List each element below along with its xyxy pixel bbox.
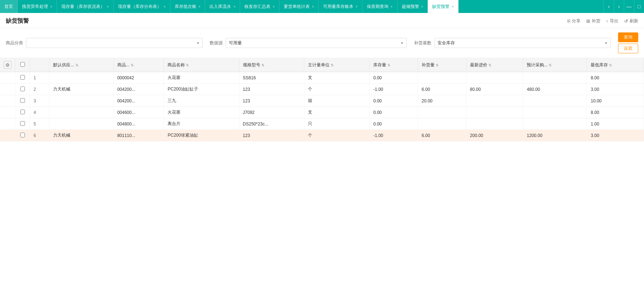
replenish-base-select-wrapper: 安全库存 ▼ xyxy=(434,38,611,48)
refresh-icon: ↺ xyxy=(624,18,628,24)
sort-icon: ⇅ xyxy=(609,63,612,67)
close-icon[interactable]: × xyxy=(391,5,393,9)
export-button[interactable]: ↑ 导出 xyxy=(606,18,619,24)
share-button[interactable]: ⎘ 分享 xyxy=(567,18,580,24)
datasource-select-wrapper: 可用量 ▼ xyxy=(226,38,406,48)
cell-min-stock: 8.00 xyxy=(587,107,644,118)
cell-estimated-purchase xyxy=(523,95,587,107)
cell-inventory: 0.00 xyxy=(370,95,418,107)
close-icon[interactable]: × xyxy=(199,5,201,9)
gear-icon[interactable]: ⚙ xyxy=(4,61,12,69)
sort-icon: ⇅ xyxy=(131,63,134,67)
close-icon[interactable]: × xyxy=(421,5,423,9)
cell-replenish xyxy=(418,118,466,130)
nav-item-home[interactable]: 首页 xyxy=(0,0,18,13)
nav-prev-button[interactable]: ‹ xyxy=(604,0,614,13)
cell-unit: 只 xyxy=(304,118,370,130)
nav-minimize-button[interactable]: — xyxy=(624,0,634,13)
th-estimated-purchase: 预计采购... ⇅ xyxy=(523,58,587,72)
nav-item-overstock[interactable]: 超储预警 × xyxy=(397,0,428,13)
select-all-checkbox[interactable] xyxy=(20,62,25,67)
close-icon[interactable]: × xyxy=(273,5,275,9)
settings-cell xyxy=(0,84,16,95)
row-checkbox[interactable] xyxy=(20,87,25,91)
cell-inventory: -1.00 xyxy=(370,84,418,95)
th-checkbox xyxy=(16,58,30,72)
settings-cell xyxy=(0,118,16,130)
replenish-icon: ⊞ xyxy=(586,18,590,24)
row-checkbox[interactable] xyxy=(20,133,25,137)
th-product-name: 商品名称 ⇅ xyxy=(164,58,239,72)
nav-item-receipt-summary[interactable]: 收发存汇总表 × xyxy=(240,0,279,13)
replenish-button[interactable]: ⊞ 补货 xyxy=(586,18,600,24)
header-actions: ⎘ 分享 ⊞ 补货 ↑ 导出 ↺ 刷新 xyxy=(567,18,639,24)
export-icon: ↑ xyxy=(606,18,609,24)
cell-unit: 个 xyxy=(304,130,370,141)
row-checkbox[interactable] xyxy=(20,121,25,126)
cell-unit: 支 xyxy=(304,107,370,118)
nav-next-button[interactable]: › xyxy=(614,0,624,13)
checkbox-cell xyxy=(16,95,30,107)
row-checkbox[interactable] xyxy=(20,75,25,80)
query-button[interactable]: 查询 xyxy=(618,32,638,42)
cell-product-name: PC200油缸缸子 xyxy=(164,84,239,95)
th-inventory: 库存量 ⇅ xyxy=(370,58,418,72)
row-number: 5 xyxy=(30,118,49,130)
nav-item-inventory-dist[interactable]: 现存量（库存分布表） × xyxy=(114,0,170,13)
cell-inventory: 0.00 xyxy=(370,107,418,118)
cell-latest-price xyxy=(466,118,523,130)
sort-icon: ⇅ xyxy=(549,63,552,67)
nav-item-abnormal[interactable]: 拣货异常处理 × xyxy=(18,0,57,13)
settings-button[interactable]: 设置 xyxy=(618,44,638,53)
cell-latest-price xyxy=(466,107,523,118)
close-icon[interactable]: × xyxy=(233,5,235,9)
cell-replenish: 6.00 xyxy=(418,130,466,141)
nav-item-shortage[interactable]: 缺货预警 × xyxy=(428,0,458,13)
filter-replenish-base-group: 补货基数 安全库存 ▼ xyxy=(414,38,611,48)
cell-inventory: -1.00 xyxy=(370,130,418,141)
filter-category-group: 商品分类 ▼ xyxy=(6,38,203,48)
cell-product-name: 离合片 xyxy=(164,118,239,130)
data-table: ⚙ 默认供应... ⇅ 商品... xyxy=(0,58,644,141)
nav-maximize-button[interactable]: □ xyxy=(634,0,644,13)
th-min-stock: 最低库存 ⇅ xyxy=(587,58,644,72)
sort-icon: ⇅ xyxy=(75,63,78,67)
nav-item-order-stats[interactable]: 要货单统计表 × xyxy=(279,0,319,13)
close-icon[interactable]: × xyxy=(356,5,358,9)
cell-latest-price xyxy=(466,72,523,84)
cell-min-stock: 3.00 xyxy=(587,130,644,141)
refresh-button[interactable]: ↺ 刷新 xyxy=(624,18,638,24)
datasource-label: 数据源 xyxy=(210,40,223,46)
cell-unit: 个 xyxy=(304,84,370,95)
checkbox-cell xyxy=(16,130,30,141)
category-select[interactable] xyxy=(26,38,203,48)
replenish-base-label: 补货基数 xyxy=(414,40,431,46)
sort-icon: ⇅ xyxy=(186,63,189,67)
cell-replenish: 20.00 xyxy=(418,95,466,107)
row-checkbox[interactable] xyxy=(20,98,25,103)
nav-item-batch-account[interactable]: 库存批次账 × xyxy=(170,0,205,13)
cell-estimated-purchase: 1200.00 xyxy=(523,130,587,141)
close-icon[interactable]: × xyxy=(452,5,454,9)
nav-item-available-ledger[interactable]: 可用量库存账本 × xyxy=(319,0,362,13)
cell-spec: SS816 xyxy=(239,72,304,84)
sort-icon: ⇅ xyxy=(331,63,334,67)
close-icon[interactable]: × xyxy=(107,5,109,9)
nav-item-expiry-query[interactable]: 保质期查询 × xyxy=(362,0,397,13)
close-icon[interactable]: × xyxy=(50,5,52,9)
th-replenish: 补货量 ⇅ xyxy=(418,58,466,72)
cell-estimated-purchase xyxy=(523,118,587,130)
filter-datasource-group: 数据源 可用量 ▼ xyxy=(210,38,406,48)
nav-item-inventory-status[interactable]: 现存量（库存状况表） × xyxy=(57,0,114,13)
cell-latest-price xyxy=(466,95,523,107)
checkbox-cell xyxy=(16,72,30,84)
row-number: 1 xyxy=(30,72,49,84)
settings-cell xyxy=(0,130,16,141)
datasource-select[interactable]: 可用量 xyxy=(226,38,406,48)
close-icon[interactable]: × xyxy=(312,5,314,9)
sort-icon: ⇅ xyxy=(387,63,390,67)
row-checkbox[interactable] xyxy=(20,110,25,114)
close-icon[interactable]: × xyxy=(164,5,166,9)
nav-item-inout-flow[interactable]: 出入库流水 × xyxy=(205,0,240,13)
replenish-base-select[interactable]: 安全库存 xyxy=(434,38,611,48)
